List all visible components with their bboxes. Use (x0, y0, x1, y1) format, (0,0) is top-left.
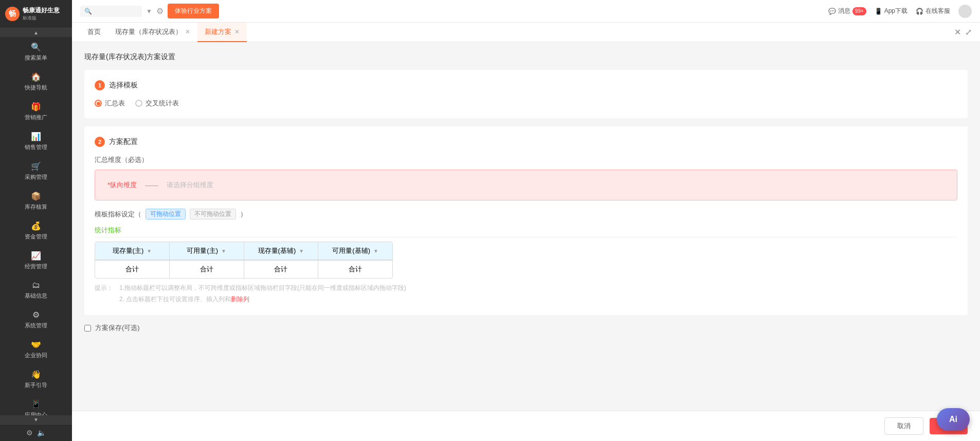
sidebar: 畅 畅康通好生意 标准版 ▲ 🔍 搜索菜单 🏠 快捷导航 🎁 营销推广 📊 销售… (0, 0, 72, 441)
stats-col-3-label: 现存量(基辅) (258, 246, 296, 255)
save-plan-checkbox[interactable] (84, 325, 91, 332)
stats-table: 现存量(主) ▼ 可用量(主) ▼ 现存量(基辅) ▼ 可用量(基辅) (95, 242, 393, 279)
chevron-down-icon[interactable]: ▼ (146, 8, 152, 15)
hint-1: 提示： 1.拖动标题栏可以调整布局，不可跨维度或指标区域拖动栏目字段(只能在同一… (95, 283, 957, 294)
stats-col-4-value: 合计 (349, 265, 362, 274)
stats-col-1-label: 现存量(主) (113, 246, 144, 255)
sidebar-item-label: 经营管理 (25, 263, 47, 270)
ai-bubble[interactable]: Ai (937, 408, 970, 431)
messages-btn[interactable]: 💬 消息 99+ (828, 7, 866, 15)
sidebar-item-label: 采购管理 (25, 173, 47, 181)
radio-cross[interactable]: 交叉统计表 (135, 99, 179, 108)
app-download-label: App下载 (884, 7, 908, 15)
sidebar-item-quick-nav[interactable]: 🏠 快捷导航 (0, 67, 72, 97)
basics-icon: 🗂 (32, 281, 40, 290)
sidebar-item-system[interactable]: ⚙ 系统管理 (0, 305, 72, 335)
stats-col-2-value: 合计 (200, 265, 213, 274)
settings-top-icon[interactable]: ⚙ (156, 6, 164, 16)
phone-icon: 📱 (875, 8, 882, 15)
tab-new-plan-close[interactable]: ✕ (234, 28, 240, 35)
cancel-button[interactable]: 取消 (884, 417, 923, 435)
tab-new-plan[interactable]: 新建方案 ✕ (197, 23, 247, 42)
dimension-box: *纵向维度 —— 请选择分组维度 (95, 170, 957, 200)
stats-col-3-header[interactable]: 现存量(基辅) ▼ (244, 242, 319, 260)
sidebar-item-label: 销售管理 (25, 143, 47, 151)
sidebar-item-search[interactable]: 🔍 搜索菜单 (0, 37, 72, 67)
radio-cross-dot (135, 100, 142, 107)
sidebar-item-purchase[interactable]: 🛒 采购管理 (0, 156, 72, 186)
logo-text: 畅康通好生意 标准版 (23, 6, 60, 22)
gift-icon: 🎁 (31, 102, 41, 112)
headset-icon: 🎧 (916, 8, 923, 15)
save-plan-label[interactable]: 方案保存(可选) (95, 323, 140, 333)
sidebar-item-label: 搜索菜单 (25, 54, 47, 62)
stats-col-2-label: 可用量(主) (187, 246, 218, 255)
sidebar-item-newbie[interactable]: 👋 新手引导 (0, 364, 72, 394)
chevron-2-icon: ▼ (221, 248, 226, 254)
sidebar-scroll-up[interactable]: ▲ (0, 28, 72, 37)
chart-icon: 📊 (31, 132, 41, 141)
sidebar-scroll-down[interactable]: ▼ (0, 415, 72, 424)
stats-col-1-header[interactable]: 现存量(主) ▼ (95, 242, 170, 260)
tab-home-label: 首页 (87, 27, 101, 36)
stats-col-4-body: 合计 (318, 260, 392, 278)
search-icon-top: 🔍 (84, 8, 92, 15)
stats-col-2-body: 合计 (170, 260, 244, 278)
sidebar-item-label: 企业协同 (25, 352, 47, 359)
settings-bottom-icon[interactable]: ⚙ (26, 429, 33, 437)
sidebar-bottom: ⚙ 🔈 (0, 424, 72, 441)
sidebar-item-app-center[interactable]: 📱 应用中心 (0, 394, 72, 415)
stats-col-4-header[interactable]: 可用量(基辅) ▼ (318, 242, 392, 260)
sidebar-item-marketing[interactable]: 🎁 营销推广 (0, 97, 72, 126)
app-download-btn[interactable]: 📱 App下载 (875, 7, 908, 15)
logo-icon: 畅 (5, 7, 20, 21)
stats-col-1-body: 合计 (95, 260, 170, 278)
sidebar-item-basics[interactable]: 🗂 基础信息 (0, 275, 72, 305)
sidebar-item-label: 基础信息 (25, 292, 47, 300)
money-icon: 💰 (31, 221, 41, 231)
expand-panel-btn[interactable]: ⤢ (965, 27, 972, 37)
sidebar-item-label: 新手引导 (25, 381, 47, 389)
sidebar-item-operations[interactable]: 📈 经营管理 (0, 246, 72, 275)
tab-inventory-status[interactable]: 现存量（库存状况表） ✕ (108, 23, 197, 42)
indicator-settings-label: 模板指标设定（ (95, 210, 141, 219)
step2-title: 方案配置 (109, 137, 138, 146)
sidebar-item-label: 系统管理 (25, 322, 47, 329)
dimension-required-label: *纵向维度 (107, 180, 137, 190)
user-avatar[interactable] (958, 5, 972, 18)
step2-number: 2 (95, 137, 105, 147)
chevron-1-icon: ▼ (147, 248, 152, 254)
ai-label: Ai (949, 415, 957, 424)
sidebar-item-sales[interactable]: 📊 销售管理 (0, 126, 72, 156)
sidebar-item-label: 资金管理 (25, 233, 47, 241)
sidebar-logo: 畅 畅康通好生意 标准版 (0, 0, 72, 28)
search-area: 🔍 (80, 6, 142, 17)
close-panel-btn[interactable]: ✕ (954, 27, 961, 37)
industry-btn[interactable]: 体验行业方案 (168, 4, 219, 19)
stats-col-3-value: 合计 (274, 265, 287, 274)
hint-2: 2. 点击标题栏下拉可设置排序、插入列和删除列 (95, 294, 957, 305)
speaker-icon[interactable]: 🔈 (37, 429, 46, 437)
sidebar-item-inventory[interactable]: 📦 库存核算 (0, 186, 72, 216)
stats-col-1-value: 合计 (125, 265, 139, 274)
stats-col-2-header[interactable]: 可用量(主) ▼ (170, 242, 244, 260)
step1-title: 选择模板 (109, 81, 138, 90)
step2-header: 2 方案配置 (95, 137, 957, 147)
messages-badge: 99+ (852, 7, 866, 15)
radio-summary[interactable]: 汇总表 (95, 99, 125, 108)
dimension-placeholder: 请选择分组维度 (167, 180, 213, 190)
tab-inventory-status-label: 现存量（库存状况表） (115, 27, 182, 36)
cart-icon: 🛒 (31, 161, 41, 171)
sidebar-item-enterprise[interactable]: 🤝 企业协同 (0, 335, 72, 364)
dimension-arrow: —— (145, 181, 158, 189)
online-service-btn[interactable]: 🎧 在线客服 (916, 7, 950, 15)
message-icon: 💬 (828, 8, 836, 15)
page-title: 现存量(库存状况表)方案设置 (84, 52, 968, 62)
tab-inventory-status-close[interactable]: ✕ (185, 28, 190, 35)
sidebar-item-label: 库存核算 (25, 203, 47, 211)
sidebar-item-label: 快捷导航 (25, 84, 47, 91)
sidebar-item-finance[interactable]: 💰 资金管理 (0, 216, 72, 246)
tabs-bar: 首页 现存量（库存状况表） ✕ 新建方案 ✕ ✕ ⤢ (72, 23, 980, 42)
template-options: 汇总表 交叉统计表 (95, 99, 957, 108)
tab-home[interactable]: 首页 (80, 23, 108, 42)
